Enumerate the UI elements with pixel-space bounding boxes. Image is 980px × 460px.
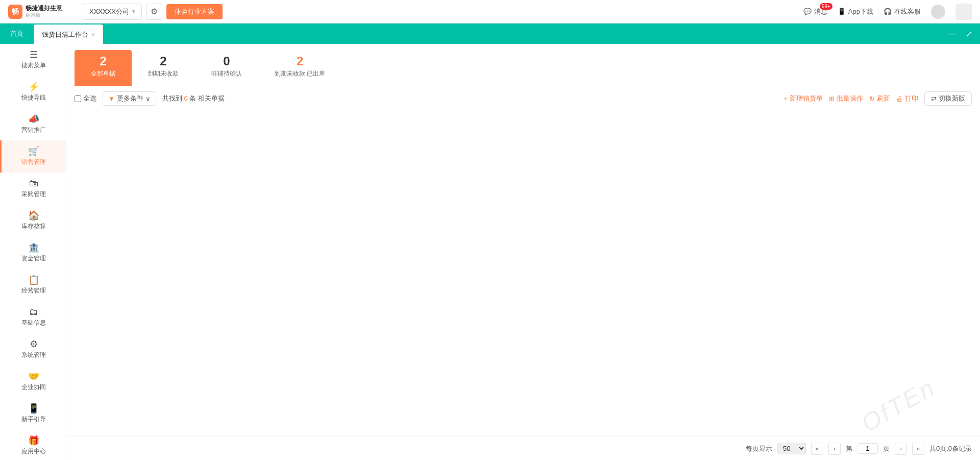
tab-fullscreen-button[interactable]: ⤢ [963,28,975,40]
total-text: 共0页,0条记录 [929,444,972,453]
header-right: 💬 消息 99+ 📱 App下载 🎧 在线客服 [803,4,972,20]
prev-page-icon: ‹ [834,445,836,452]
sidebar-item-enterprise-coop[interactable]: 🤝 企业协同 [0,366,66,398]
gear-icon: ⚙ [151,7,158,16]
main-layout: ☰ 搜索菜单 ⚡ 快捷导航 📣 营销推广 🛒 销售管理 🛍 采购管理 🏠 库存核… [0,44,980,460]
sidebar-item-sales-mgmt[interactable]: 🛒 销售管理 [0,140,66,173]
avatar[interactable] [931,5,945,19]
stat-overdue-out-num: 2 [297,54,303,68]
print-icon: 🖨 [896,95,903,103]
search-menu-icon: ☰ [30,50,38,59]
tab-active[interactable]: 钱货日清工作台 × [34,25,103,45]
sidebar-item-inventory[interactable]: 🏠 库存核算 [0,205,66,237]
add-icon: + [783,95,788,103]
top-header: 畅 畅捷通好生意 标准版 XXXXXX公司 ▾ ⚙ 体验行业方案 💬 消息 99… [0,0,980,23]
page-label: 第 [846,444,852,453]
stat-tab-overdue[interactable]: 2 到期未收款 [132,50,195,86]
next-page-icon: › [900,445,902,452]
switch-label: 切换新版 [939,94,965,103]
settings-button[interactable]: ⚙ [146,4,162,20]
select-all-label: 全选 [83,94,96,103]
first-page-button[interactable]: « [811,443,823,455]
stat-all-num: 2 [100,54,106,68]
select-all-input[interactable] [75,95,81,102]
stat-tab-wangwang[interactable]: 0 旺辅待确认 [195,50,258,86]
sidebar-item-purchase-mgmt[interactable]: 🛍 采购管理 [0,173,66,205]
app-download-button[interactable]: 📱 App下载 [838,7,873,16]
pagination: 每页显示 50 20 100 « ‹ 第 页 › » 共0页,0条记录 [66,437,980,460]
tab-minimize-button[interactable]: — [946,28,959,40]
online-service-label: 在线客服 [894,7,921,16]
last-page-button[interactable]: » [912,443,924,455]
app-center-icon: 🎁 [28,436,39,445]
batch-operation-button[interactable]: ⊞ 批量操作 [829,94,863,103]
sidebar-item-operations[interactable]: 📋 经营管理 [0,269,66,301]
sidebar-item-app-center[interactable]: 🎁 应用中心 [0,430,66,460]
refresh-button[interactable]: ↻ 刷新 [869,94,890,103]
page-label-end: 页 [883,444,890,453]
toolbar-right: + 新增销货单 ⊞ 批量操作 ↻ 刷新 🖨 打印 ⇄ 切换新版 [783,91,972,106]
message-button[interactable]: 💬 消息 99+ [803,7,827,16]
page-input[interactable] [857,443,878,454]
print-label: 打印 [905,94,918,103]
batch-label: 批量操作 [837,94,863,103]
switch-new-version-button[interactable]: ⇄ 切换新版 [924,91,972,106]
sidebar-item-guide[interactable]: 📱 新手引导 [0,398,66,430]
result-count: 0 [184,94,188,102]
sidebar-item-marketing[interactable]: 📣 营销推广 [0,108,66,140]
app-download-label: App下载 [848,7,873,16]
message-badge: 99+ [820,3,832,10]
sidebar-label-guide: 新手引导 [21,415,46,424]
marketing-icon: 📣 [28,114,39,124]
download-icon: 📱 [838,8,846,15]
quick-nav-icon: ⚡ [28,82,39,91]
sidebar-item-quick-nav[interactable]: ⚡ 快捷导航 [0,76,66,108]
filter-chevron-icon: ∨ [145,95,151,103]
sidebar-item-finance[interactable]: 🏦 资金管理 [0,237,66,269]
stat-overdue-label: 到期未收款 [148,69,179,78]
select-all-checkbox[interactable]: 全选 [75,94,96,103]
refresh-label: 刷新 [877,94,890,103]
switch-icon: ⇄ [931,95,937,103]
sidebar-item-system-mgmt[interactable]: ⚙ 系统管理 [0,333,66,366]
sidebar-label-app-center: 应用中心 [21,447,46,456]
sidebar-label-finance: 资金管理 [21,254,46,263]
sidebar-label-marketing: 营销推广 [21,126,46,134]
stat-overdue-num: 2 [160,54,166,68]
stat-tab-overdue-out[interactable]: 2 到期未收款 已出库 [258,50,341,86]
sidebar-label-sales: 销售管理 [21,158,46,166]
trial-button[interactable]: 体验行业方案 [166,4,223,19]
logo-main-text: 畅捷通好生意 [26,5,62,12]
last-page-icon: » [917,445,920,452]
service-icon: 🎧 [884,8,892,15]
result-suffix: 条 相关单据 [189,94,225,102]
purchase-icon: 🛍 [29,179,38,188]
stat-tab-all[interactable]: 2 全部单据 [75,50,132,86]
user-menu[interactable] [955,4,972,20]
tab-bar: 首页 钱货日清工作台 × — ⤢ [0,23,980,44]
online-service-button[interactable]: 🎧 在线客服 [884,7,921,16]
fullscreen-icon: ⤢ [966,29,972,39]
sidebar-label-purchase: 采购管理 [21,190,46,199]
print-button[interactable]: 🖨 打印 [896,94,918,103]
sidebar-item-search-menu[interactable]: ☰ 搜索菜单 [0,44,66,76]
sidebar-label-enterprise-coop: 企业协同 [21,383,46,392]
stat-wangwang-label: 旺辅待确认 [211,69,242,78]
filter-button[interactable]: ▼ 更多条件 ∨ [103,91,156,106]
message-icon: 💬 [803,8,812,15]
tab-close-icon[interactable]: × [91,31,95,38]
result-text: 共找到 0 条 相关单据 [162,94,225,103]
add-label: 新增销货单 [790,94,823,103]
add-sales-order-button[interactable]: + 新增销货单 [783,94,823,103]
next-page-button[interactable]: › [895,443,907,455]
logo-area: 畅 畅捷通好生意 标准版 [8,5,75,19]
page-size-select[interactable]: 50 20 100 [777,443,806,454]
logo-sub-text: 标准版 [26,12,62,18]
page-size-label: 每页显示 [746,444,772,453]
tab-home[interactable]: 首页 [0,23,34,44]
prev-page-button[interactable]: ‹ [828,443,841,455]
company-selector[interactable]: XXXXXX公司 ▾ [83,4,142,20]
sidebar-item-base-info[interactable]: 🗂 基础信息 [0,301,66,333]
guide-icon: 📱 [28,404,39,413]
tab-bar-actions: — ⤢ [946,28,980,40]
